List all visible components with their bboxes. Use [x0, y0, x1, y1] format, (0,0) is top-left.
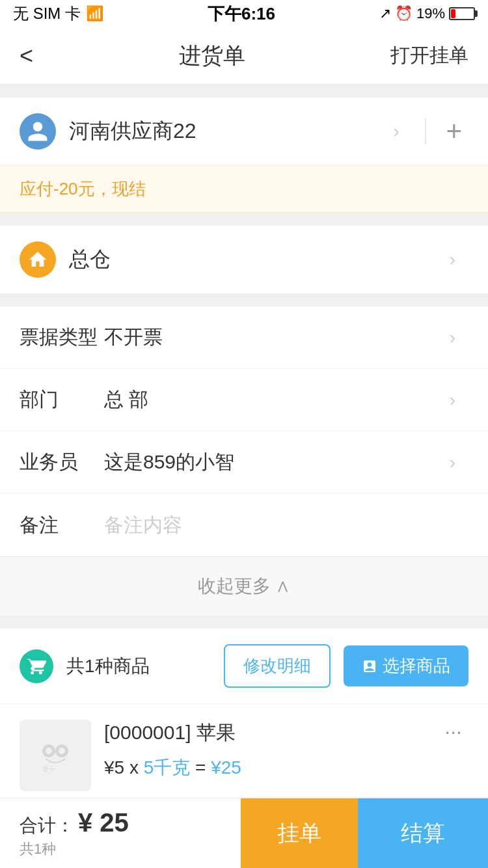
supplier-chevron-icon: › [393, 121, 399, 142]
warehouse-row[interactable]: 总仓 › [0, 226, 488, 293]
product-title: 苹果 [197, 722, 236, 743]
add-supplier-button[interactable]: + [439, 116, 468, 147]
dept-chevron-icon: › [450, 390, 455, 411]
page-title: 进货单 [179, 41, 245, 71]
sales-row[interactable]: 业务员 这是859的小智 › [0, 431, 488, 494]
product-code: [0000001] [104, 722, 197, 743]
wifi-icon: 📶 [86, 5, 103, 22]
status-right: ↗ ⏰ 19% [379, 5, 475, 22]
total-price: ¥25 [211, 757, 241, 778]
warehouse-chevron-icon: › [450, 249, 455, 270]
sales-value: 这是859的小智 [104, 449, 450, 476]
battery-fill [451, 9, 455, 18]
notice-bar: 应付-20元，现结 [0, 165, 488, 213]
invoice-chevron-icon: › [450, 327, 455, 348]
nav-bar: < 进货单 打开挂单 [0, 27, 488, 85]
total-sub: 共1种 [20, 839, 221, 859]
supplier-section: 河南供应商22 › + 应付-20元，现结 [0, 98, 488, 213]
collapse-label: 收起更多 ∧ [198, 576, 291, 596]
person-icon [26, 120, 49, 143]
settle-button[interactable]: 结算 [358, 798, 488, 869]
status-bar: 无 SIM 卡 📶 下午6:16 ↗ ⏰ 19% [0, 0, 488, 27]
remark-row[interactable]: 备注 备注内容 [0, 494, 488, 556]
gap-1 [0, 85, 488, 98]
warehouse-icon [20, 241, 56, 278]
gap-2 [0, 213, 488, 226]
select-product-label: 选择商品 [383, 655, 450, 677]
alarm-icon: ⏰ [395, 5, 413, 22]
form-section: 票据类型 不开票 › 部门 总 部 › 业务员 这是859的小智 › 备注 备注… [0, 306, 488, 556]
supplier-divider [425, 118, 426, 144]
equals-label: = [195, 757, 211, 778]
dept-row[interactable]: 部门 总 部 › [0, 369, 488, 431]
product-header: 共1种商品 修改明细 选择商品 [0, 629, 488, 704]
svg-text:督十: 督十 [42, 766, 55, 772]
product-name: [0000001] 苹果 [104, 720, 425, 746]
location-icon: ↗ [379, 5, 391, 22]
open-hang-button[interactable]: 打开挂单 [390, 42, 468, 69]
status-time: 下午6:16 [208, 3, 275, 25]
shopping-icon [27, 657, 46, 676]
dept-value: 总 部 [104, 387, 450, 413]
invoice-row[interactable]: 票据类型 不开票 › [0, 306, 488, 369]
home-icon [27, 249, 48, 270]
supplier-avatar [20, 113, 56, 150]
gap-3 [0, 616, 488, 629]
product-info: [0000001] 苹果 ¥5 x 5千克 = ¥25 [104, 720, 425, 780]
sales-label: 业务员 [20, 449, 104, 476]
select-product-button[interactable]: 选择商品 [344, 645, 468, 686]
remark-label: 备注 [20, 512, 104, 539]
svg-point-3 [59, 748, 65, 754]
total-label: 合计： ¥ 25 [20, 808, 221, 838]
battery-percent: 19% [416, 5, 445, 22]
select-icon [362, 658, 377, 674]
warehouse-name: 总仓 [69, 245, 450, 274]
invoice-label: 票据类型 [20, 324, 104, 351]
collapse-toggle[interactable]: 收起更多 ∧ [0, 556, 488, 616]
remark-input[interactable]: 备注内容 [104, 512, 468, 539]
back-button[interactable]: < [20, 42, 33, 70]
hang-order-button[interactable]: 挂单 [241, 798, 358, 869]
bottom-bar: 合计： ¥ 25 共1种 挂单 结算 [0, 798, 488, 868]
thumb-placeholder: 督十 [36, 739, 75, 772]
product-more-button[interactable]: ··· [438, 720, 468, 744]
dept-label: 部门 [20, 387, 104, 413]
invoice-value: 不开票 [104, 324, 450, 351]
supplier-row[interactable]: 河南供应商22 › + [0, 98, 488, 165]
total-text: 合计： [20, 813, 74, 838]
product-item: 督十 [0000001] 苹果 ¥5 x 5千克 = ¥25 ··· [0, 704, 488, 807]
sales-chevron-icon: › [450, 452, 455, 473]
owl-logo-icon: 督十 [36, 739, 75, 772]
qty-label: 5千克 [144, 757, 191, 778]
product-thumbnail: 督十 [20, 720, 91, 791]
unit-price: ¥5 x [104, 757, 144, 778]
supplier-name: 河南供应商22 [69, 117, 393, 146]
total-section: 合计： ¥ 25 共1种 [0, 808, 241, 859]
total-amount: ¥ 25 [78, 808, 129, 837]
status-left: 无 SIM 卡 📶 [13, 3, 103, 24]
product-price: ¥5 x 5千克 = ¥25 [104, 755, 425, 780]
notice-text: 应付-20元，现结 [20, 179, 146, 198]
product-icon [20, 649, 53, 683]
battery-icon [449, 7, 475, 20]
warehouse-section: 总仓 › [0, 226, 488, 293]
edit-detail-button[interactable]: 修改明细 [224, 644, 331, 688]
product-count: 共1种商品 [66, 654, 211, 679]
carrier-label: 无 SIM 卡 [13, 3, 81, 24]
svg-point-2 [46, 748, 52, 754]
